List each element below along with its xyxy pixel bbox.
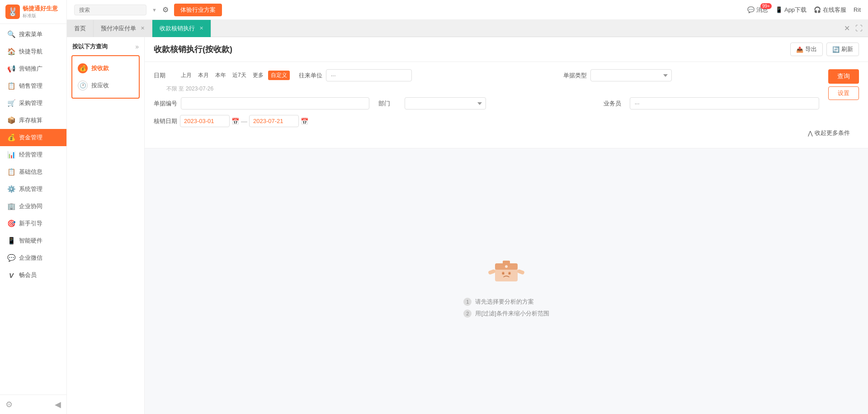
calendar-end-icon[interactable]: 📅	[301, 118, 308, 125]
top-header: ▼ ⚙ 体验行业方案 💬 消息 99+ 📱 App下载 🎧 在线客服 Rit	[67, 0, 868, 20]
sidebar-item-guide[interactable]: 🎯 新手引导	[0, 215, 66, 232]
more-shortcut[interactable]: 更多	[251, 71, 265, 80]
svg-rect-8	[488, 269, 496, 275]
sidebar-logo: 🐰 畅捷通好生意 标准版	[0, 0, 66, 24]
logo-main: 畅捷通好生意	[23, 5, 58, 13]
salesperson-input[interactable]	[630, 97, 819, 109]
date-unlimited-text: 不限 至 2023-07-26	[166, 86, 213, 92]
last-month-shortcut[interactable]: 上月	[179, 71, 193, 80]
app-download-label: App下载	[784, 6, 807, 14]
empty-illustration	[484, 245, 529, 290]
logo-icon: 🐰	[5, 5, 20, 19]
main-content: 收款核销执行(按收款) 📤 导出 🔄 刷新	[145, 37, 868, 414]
collapse-more-label: 收起更多条件	[815, 129, 850, 137]
receipt-icon: 💰	[78, 63, 88, 73]
sidebar-item-finance[interactable]: 💰 资金管理	[0, 129, 66, 146]
tab-maximize-icon[interactable]: ⛶	[854, 24, 864, 33]
sidebar-item-sales[interactable]: 📋 销售管理	[0, 77, 66, 95]
tab-close-window-icon[interactable]: ✕	[842, 23, 852, 33]
message-button[interactable]: 💬 消息 99+	[747, 6, 768, 14]
online-service-button[interactable]: 🎧 在线客服	[814, 6, 846, 14]
receivable-icon: 🕐	[78, 81, 88, 90]
sidebar-item-label: 新手引导	[19, 219, 42, 228]
filter-panel-header: 按以下方查询	[72, 43, 108, 51]
sidebar-item-marketing[interactable]: 📢 营销推广	[0, 60, 66, 77]
export-button[interactable]: 📤 导出	[790, 43, 823, 56]
verification-end-input[interactable]	[249, 115, 299, 127]
verification-start-input[interactable]	[180, 115, 230, 127]
sidebar-item-label: 系统管理	[19, 185, 42, 193]
sidebar-item-label: 资金管理	[19, 133, 42, 142]
bill-type-select[interactable]	[590, 69, 672, 81]
sidebar-item-enterprise[interactable]: 🏢 企业协同	[0, 198, 66, 215]
sidebar-item-label: 畅会员	[19, 271, 37, 279]
empty-tip-2: 2 用[过滤]条件来缩小分析范围	[463, 309, 549, 318]
settings-header-icon[interactable]: ⚙	[162, 5, 169, 14]
enterprise-icon: 🏢	[7, 202, 15, 210]
empty-state: 1 请先选择要分析的方案 2 用[过滤]条件来缩小分析范围	[145, 148, 868, 414]
filter-by-receipt[interactable]: 💰 按收款	[72, 60, 139, 77]
query-button[interactable]: 查询	[828, 69, 859, 84]
this-year-shortcut[interactable]: 本年	[213, 71, 228, 80]
online-service-label: 在线客服	[823, 6, 846, 14]
bill-type-label: 单据类型	[563, 71, 587, 80]
sidebar-item-label: 经营管理	[19, 151, 42, 159]
this-month-shortcut[interactable]: 本月	[196, 71, 211, 80]
filter-by-receivable-label: 按应收	[91, 81, 109, 90]
header-actions: 💬 消息 99+ 📱 App下载 🎧 在线客服 Rit	[747, 6, 861, 14]
sidebar-item-purchase[interactable]: 🛒 采购管理	[0, 95, 66, 112]
page-actions: 📤 导出 🔄 刷新	[790, 43, 859, 56]
sidebar-item-search[interactable]: 🔍 搜索菜单	[0, 26, 66, 43]
sidebar-item-label: 企业微信	[19, 254, 42, 262]
sidebar-item-basic[interactable]: 📋 基础信息	[0, 163, 66, 181]
tab-bar: 首页 预付冲应付单 ✕ 收款核销执行 ✕ ✕ ⛶	[67, 20, 868, 37]
department-select[interactable]	[405, 97, 486, 109]
wechat-icon: 💬	[7, 254, 15, 262]
sidebar-item-wechat[interactable]: 💬 企业微信	[0, 249, 66, 266]
member-icon: V	[7, 271, 15, 279]
bill-type-field: 单据类型	[563, 69, 819, 81]
message-icon: 💬	[747, 6, 755, 13]
tab-prepay[interactable]: 预付冲应付单 ✕	[94, 20, 152, 37]
header-search-input[interactable]	[74, 5, 146, 15]
sidebar-item-label: 采购管理	[19, 99, 42, 107]
sidebar-item-member[interactable]: V 畅会员	[0, 266, 66, 284]
tip-num-1: 1	[463, 298, 472, 306]
page-title: 收款核销执行(按收款)	[154, 44, 232, 55]
query-form: 日期 上月 本月 本年 近7天 更多 自定义	[145, 62, 868, 148]
verification-date-field: 核销日期 📅 — 📅	[154, 115, 308, 127]
tab-prepay-close-icon[interactable]: ✕	[141, 25, 145, 31]
setting-button[interactable]: 设置	[828, 86, 859, 100]
home-icon: 🏠	[7, 48, 15, 56]
custom-date-shortcut[interactable]: 自定义	[268, 71, 290, 80]
industry-solution-button[interactable]: 体验行业方案	[174, 4, 222, 16]
sidebar-item-operations[interactable]: 📊 经营管理	[0, 146, 66, 163]
empty-tip-1-text: 请先选择要分析的方案	[475, 298, 534, 306]
tab-controls: ✕ ⛶	[839, 23, 868, 33]
collapse-sidebar-icon[interactable]: ◀	[55, 400, 61, 409]
sidebar-item-hardware[interactable]: 📱 智能硬件	[0, 232, 66, 249]
collapse-filter-icon[interactable]: »	[135, 43, 139, 50]
date-label: 日期	[154, 71, 176, 80]
user-name[interactable]: Rit	[854, 6, 861, 13]
department-label: 部门	[378, 100, 401, 108]
empty-tip-2-text: 用[过滤]条件来缩小分析范围	[475, 309, 549, 318]
counterpart-label: 往来单位	[299, 71, 322, 80]
settings-icon[interactable]: ⚙	[5, 400, 13, 409]
tab-collection-close-icon[interactable]: ✕	[199, 25, 203, 31]
counterpart-input[interactable]	[326, 69, 412, 81]
guide-icon: 🎯	[7, 219, 15, 228]
salesperson-field: 业务员	[604, 97, 819, 109]
bill-no-input[interactable]	[181, 97, 369, 109]
app-download-button[interactable]: 📱 App下载	[775, 6, 807, 14]
calendar-start-icon[interactable]: 📅	[231, 118, 239, 125]
refresh-button[interactable]: 🔄 刷新	[826, 43, 859, 56]
collapse-more-button[interactable]: ⋀ 收起更多条件	[154, 127, 859, 141]
filter-by-receivable[interactable]: 🕐 按应收	[72, 77, 139, 94]
last-7days-shortcut[interactable]: 近7天	[231, 71, 248, 80]
tab-collection[interactable]: 收款核销执行 ✕	[152, 20, 211, 37]
sidebar-item-system[interactable]: ⚙️ 系统管理	[0, 181, 66, 198]
tab-home[interactable]: 首页	[67, 20, 94, 37]
sidebar-item-quick-nav[interactable]: 🏠 快捷导航	[0, 43, 66, 60]
sidebar-item-inventory[interactable]: 📦 库存核算	[0, 112, 66, 129]
